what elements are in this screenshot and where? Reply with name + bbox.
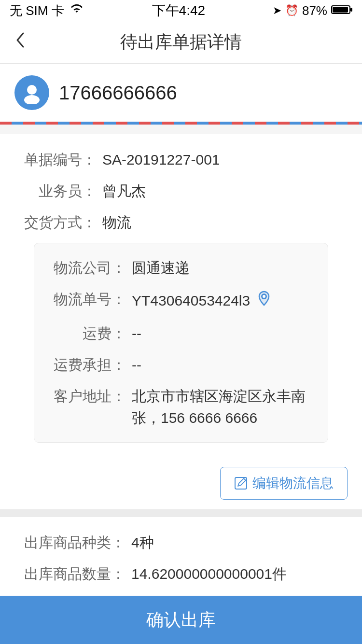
freight-bearer-label: 运费承担：	[49, 354, 126, 376]
location-status-icon: ➤	[273, 4, 281, 17]
logistics-company-row: 物流公司： 圆通速递	[49, 257, 313, 279]
wifi-icon	[69, 4, 84, 17]
svg-rect-2	[333, 7, 348, 13]
goods-section: 出库商品种类： 4种 出库商品数量： 14.620000000000001件	[0, 517, 362, 599]
battery-icon	[331, 3, 352, 18]
tracking-number-row: 物流单号： YT43064053424l3	[49, 288, 313, 313]
logistics-company-label: 物流公司：	[49, 257, 126, 279]
logistics-card: 物流公司： 圆通速递 物流单号： YT43064053424l3 运费：	[34, 243, 328, 443]
sales-person-value: 曾凡杰	[102, 180, 343, 202]
freight-label: 运费：	[49, 322, 126, 344]
avatar	[14, 75, 49, 110]
svg-point-3	[27, 85, 37, 95]
document-number-label: 单据编号：	[19, 149, 97, 170]
customer-phone: 17666666666	[59, 82, 177, 104]
edit-logistics-label: 编辑物流信息	[252, 474, 334, 492]
status-bar: 无 SIM 卡 下午4:42 ➤ ⏰ 87%	[0, 0, 362, 21]
edit-logistics-button[interactable]: 编辑物流信息	[220, 467, 348, 500]
delivery-method-label: 交货方式：	[19, 211, 97, 233]
confirm-button-label: 确认出库	[146, 608, 216, 632]
address-value: 北京市市辖区海淀区永丰南 张，156 6666 6666	[132, 385, 313, 429]
freight-bearer-value: --	[132, 354, 313, 376]
svg-point-6	[263, 295, 265, 298]
goods-quantity-value: 14.620000000000001件	[131, 563, 343, 585]
address-label: 客户地址：	[49, 385, 126, 407]
address-row: 客户地址： 北京市市辖区海淀区永丰南 张，156 6666 6666	[49, 385, 313, 429]
confirm-button-bar[interactable]: 确认出库	[0, 596, 362, 644]
time-label: 下午4:42	[152, 1, 206, 20]
location-icon[interactable]	[256, 288, 272, 313]
tracking-number-value: YT43064053424l3	[132, 288, 313, 313]
delivery-method-row: 交货方式： 物流	[19, 211, 343, 233]
alarm-icon: ⏰	[285, 4, 298, 17]
status-left: 无 SIM 卡	[10, 2, 84, 19]
logistics-company-value: 圆通速递	[132, 257, 313, 279]
goods-category-row: 出库商品种类： 4种	[19, 532, 343, 553]
document-number-value: SA-20191227-001	[102, 149, 343, 170]
freight-row: 运费： --	[49, 322, 313, 344]
status-right: ➤ ⏰ 87%	[273, 3, 352, 18]
document-number-row: 单据编号： SA-20191227-001	[19, 149, 343, 170]
freight-bearer-row: 运费承担： --	[49, 354, 313, 376]
dashed-divider	[0, 122, 362, 125]
freight-value: --	[132, 322, 313, 344]
svg-point-4	[24, 95, 40, 104]
order-info-section: 单据编号： SA-20191227-001 业务员： 曾凡杰 交货方式： 物流 …	[0, 134, 362, 457]
customer-header: 17666666666	[0, 64, 362, 122]
section-separator	[0, 509, 362, 517]
battery-label: 87%	[302, 3, 327, 18]
sales-person-row: 业务员： 曾凡杰	[19, 180, 343, 202]
back-button[interactable]	[14, 29, 27, 55]
edit-btn-wrapper: 编辑物流信息	[0, 457, 362, 509]
goods-category-value: 4种	[131, 532, 343, 553]
goods-quantity-row: 出库商品数量： 14.620000000000001件	[19, 563, 343, 585]
delivery-method-value: 物流	[102, 211, 343, 233]
nav-bar: 待出库单据详情	[0, 21, 362, 64]
svg-rect-1	[350, 8, 352, 12]
carrier-label: 无 SIM 卡	[10, 2, 64, 19]
page-title: 待出库单据详情	[120, 30, 242, 54]
goods-quantity-label: 出库商品数量：	[19, 563, 125, 585]
tracking-number-label: 物流单号：	[49, 288, 126, 310]
sales-person-label: 业务员：	[19, 180, 97, 202]
goods-category-label: 出库商品种类：	[19, 532, 125, 553]
